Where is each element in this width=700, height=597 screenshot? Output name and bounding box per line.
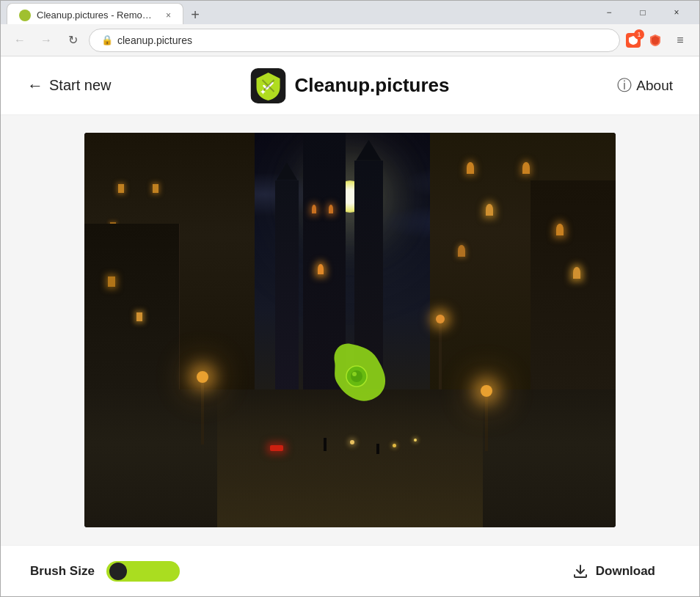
image-container[interactable] (84, 133, 616, 527)
close-button[interactable]: × (660, 1, 693, 24)
address-input[interactable]: 🔒 cleanup.pictures (89, 29, 620, 52)
forward-button[interactable]: → (36, 30, 56, 51)
person-silhouette-1 (324, 438, 327, 451)
lamp-post-1 (201, 376, 204, 444)
browser-window: Cleanup.pictures - Remove objec… × + − □… (0, 0, 700, 597)
lock-icon: 🔒 (101, 34, 113, 45)
browser-toolbar-icons: 1 ≡ (626, 30, 690, 51)
svg-text:✦: ✦ (260, 88, 266, 96)
download-label: Download (596, 564, 655, 579)
person-silhouette-2 (376, 444, 379, 454)
logo-icon: ✦ (251, 68, 286, 103)
svg-point-4 (352, 372, 357, 376)
start-new-button[interactable]: ← Start new (27, 76, 111, 95)
start-new-label: Start new (49, 77, 111, 94)
address-text: cleanup.pictures (117, 34, 192, 46)
image-area[interactable] (1, 115, 699, 545)
lamp-post-2 (485, 389, 488, 452)
about-button[interactable]: ⓘ About (617, 76, 673, 95)
brush-size-label: Brush Size (30, 564, 95, 579)
brush-mask-overlay[interactable] (329, 338, 390, 409)
download-button[interactable]: Download (558, 556, 670, 587)
building-right-front (531, 180, 616, 398)
back-button[interactable]: ← (10, 30, 30, 51)
brave-shield-container[interactable]: 1 (626, 33, 641, 48)
browser-menu-button[interactable]: ≡ (670, 30, 690, 51)
bottom-toolbar: Brush Size Download (1, 545, 699, 596)
brush-size-control: Brush Size (30, 561, 180, 582)
title-bar: Cleanup.pictures - Remove objec… × + − □… (1, 1, 699, 24)
top-navigation: ← Start new ✦ Cleanup.pictures ⓘ About (1, 56, 699, 115)
minimize-button[interactable]: − (592, 1, 626, 24)
info-icon: ⓘ (617, 76, 632, 95)
address-bar: ← → ↻ 🔒 cleanup.pictures 1 ≡ (1, 24, 699, 56)
about-label: About (636, 78, 673, 94)
brave-rewards-icon[interactable] (645, 30, 666, 51)
refresh-button[interactable]: ↻ (62, 30, 83, 51)
brush-size-toggle[interactable] (106, 561, 180, 582)
app-content: ← Start new ✦ Cleanup.pictures ⓘ About (1, 56, 699, 596)
shield-badge: 1 (634, 29, 644, 40)
building-left-front (84, 224, 180, 401)
brush-stroke-svg (329, 338, 390, 409)
street (84, 389, 616, 527)
distant-light-2 (393, 444, 396, 447)
main-image[interactable] (84, 133, 616, 527)
window-controls: − □ × (592, 1, 693, 24)
logo-area: ✦ Cleanup.pictures (251, 68, 450, 103)
new-tab-button[interactable]: + (183, 3, 207, 26)
svg-point-3 (351, 370, 362, 382)
arrow-left-icon: ← (27, 76, 43, 95)
download-icon (572, 563, 588, 579)
maximize-button[interactable]: □ (626, 1, 660, 24)
tab-title: Cleanup.pictures - Remove objec… (37, 10, 154, 21)
distant-light-1 (350, 440, 354, 444)
tab-close-button[interactable]: × (166, 10, 171, 21)
toggle-knob (109, 563, 127, 580)
browser-tab[interactable]: Cleanup.pictures - Remove objec… × (7, 3, 183, 26)
tab-favicon (19, 10, 31, 21)
car-lights (270, 445, 283, 451)
logo-text: Cleanup.pictures (295, 74, 450, 97)
